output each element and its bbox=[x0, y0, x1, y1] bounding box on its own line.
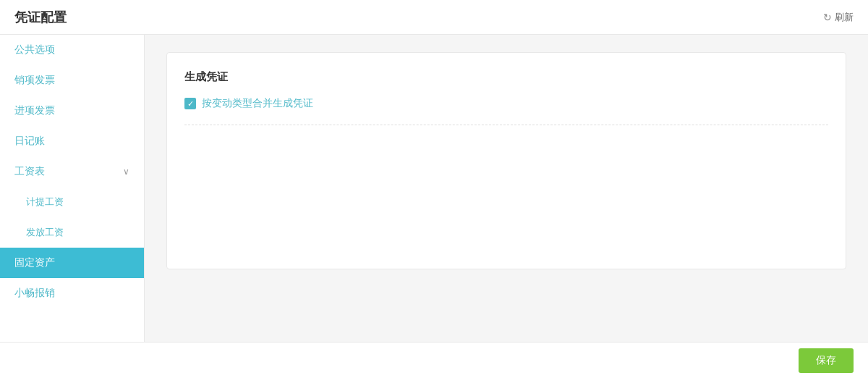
sidebar-item-label: 工资表 bbox=[14, 165, 45, 178]
page-header: 凭证配置 ↻ 刷新 bbox=[0, 0, 868, 35]
sidebar-item-label: 日记账 bbox=[14, 135, 45, 148]
section-title: 生成凭证 bbox=[184, 70, 828, 84]
merge-checkbox[interactable]: ✓ bbox=[184, 98, 196, 109]
sidebar-item-fixed-assets[interactable]: 固定资产 bbox=[0, 248, 144, 278]
page-footer: 保存 bbox=[0, 342, 868, 378]
sidebar-item-expense-claim[interactable]: 小畅报销 bbox=[0, 278, 144, 308]
content-card: 生成凭证 ✓ 按变动类型合并生成凭证 bbox=[166, 52, 846, 269]
sidebar-item-commission[interactable]: 计提工资 bbox=[0, 187, 144, 217]
sidebar-item-label: 销项发票 bbox=[14, 74, 55, 87]
checkbox-row: ✓ 按变动类型合并生成凭证 bbox=[184, 97, 828, 110]
refresh-label: 刷新 bbox=[835, 11, 854, 24]
section-divider bbox=[184, 125, 828, 125]
sidebar-item-purchase-invoice[interactable]: 进项发票 bbox=[0, 96, 144, 126]
save-button[interactable]: 保存 bbox=[799, 348, 854, 373]
sidebar-item-label: 计提工资 bbox=[26, 196, 64, 209]
sidebar-item-label: 公共选项 bbox=[14, 43, 55, 56]
sidebar-item-label: 进项发票 bbox=[14, 104, 55, 117]
sidebar-item-distribute[interactable]: 发放工资 bbox=[0, 217, 144, 248]
checkbox-label[interactable]: 按变动类型合并生成凭证 bbox=[202, 97, 313, 110]
sidebar-item-label: 固定资产 bbox=[14, 256, 55, 269]
chevron-down-icon: ∨ bbox=[123, 167, 129, 177]
sidebar-item-label: 发放工资 bbox=[26, 226, 64, 239]
sidebar-item-journal[interactable]: 日记账 bbox=[0, 126, 144, 156]
content-area: 生成凭证 ✓ 按变动类型合并生成凭证 bbox=[145, 35, 868, 342]
sidebar-item-sales-invoice[interactable]: 销项发票 bbox=[0, 65, 144, 96]
sidebar-item-payroll-table[interactable]: 工资表∨ bbox=[0, 156, 144, 187]
check-mark-icon: ✓ bbox=[187, 100, 194, 108]
sidebar: 公共选项销项发票进项发票日记账工资表∨计提工资发放工资固定资产小畅报销 bbox=[0, 35, 145, 342]
refresh-icon: ↻ bbox=[823, 12, 832, 23]
page-title: 凭证配置 bbox=[14, 9, 67, 26]
sidebar-item-public-options[interactable]: 公共选项 bbox=[0, 35, 144, 65]
refresh-button[interactable]: ↻ 刷新 bbox=[823, 11, 854, 24]
main-container: 公共选项销项发票进项发票日记账工资表∨计提工资发放工资固定资产小畅报销 生成凭证… bbox=[0, 35, 868, 342]
sidebar-item-label: 小畅报销 bbox=[14, 287, 55, 300]
